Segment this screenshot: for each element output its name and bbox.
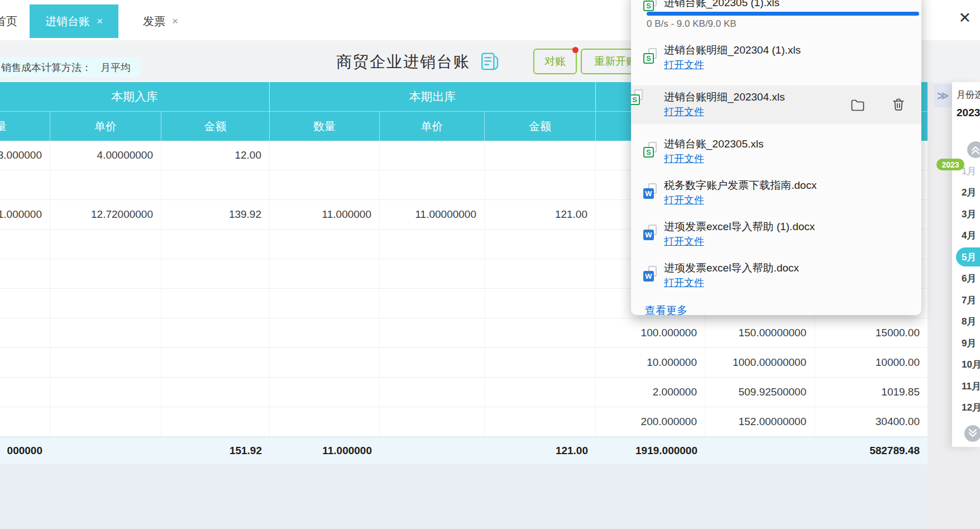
table-row[interactable]: 100.000000150.0000000015000.00 xyxy=(0,318,928,348)
content-background xyxy=(0,464,928,529)
open-file-link[interactable]: 打开文件 xyxy=(664,152,704,165)
top-right-corner: ✕ xyxy=(921,0,980,40)
download-file-name[interactable]: 进项发票excel导入帮助.docx xyxy=(664,262,907,274)
table-column-header-label: 单价 xyxy=(421,119,443,134)
table-column-header: 单价 xyxy=(380,111,485,141)
month-item[interactable]: 11月 xyxy=(952,375,980,397)
table-cell xyxy=(380,230,485,259)
month-item[interactable]: 8月 xyxy=(952,311,980,333)
table-row[interactable]: 10.0000001000.0000000010000.00 xyxy=(0,348,928,378)
download-item[interactable]: S进销台账明细_202304.xls打开文件 xyxy=(631,85,921,124)
cost-method: 销售成本计算方法： 月平均 xyxy=(0,57,141,78)
table-cell xyxy=(0,170,50,199)
table-row[interactable]: 2.000000509.925000001019.85 xyxy=(0,378,928,407)
table-column-header: 金额 xyxy=(485,111,596,141)
table-total-cell: 151.92 xyxy=(161,437,270,464)
table-cell: 11.000000 xyxy=(270,200,380,229)
download-file-name[interactable]: 税务数字账户发票下载指南.docx xyxy=(664,179,907,192)
show-in-folder-icon[interactable] xyxy=(850,97,866,115)
month-item[interactable]: 3月 xyxy=(952,203,980,225)
table-cell xyxy=(50,289,161,318)
table-total-cell: 582789.48 xyxy=(815,437,928,464)
scroll-down-icon[interactable] xyxy=(964,425,980,442)
month-item-label: 10月 xyxy=(962,358,980,371)
month-item-label: 11月 xyxy=(962,380,980,393)
table-total-row: 000000151.9211.000000121.001919.00000058… xyxy=(0,437,928,464)
table-cell xyxy=(270,230,380,259)
table-total-cell xyxy=(380,437,485,464)
month-item[interactable]: 4月 xyxy=(952,225,980,247)
table-cell xyxy=(485,318,596,347)
download-file-name[interactable]: 进销台账_202305 (1).xls xyxy=(664,0,907,9)
table-cell xyxy=(380,141,485,170)
download-file-name[interactable]: 进销台账明细_202304 (1).xls xyxy=(664,44,907,56)
download-item[interactable]: S进销台账_202305 (1).xls0 B/s - 9.0 KB/9.0 K… xyxy=(645,0,907,30)
delete-download-icon[interactable] xyxy=(891,97,906,114)
table-column-header-label: 数量 xyxy=(313,119,336,134)
table-cell: 200.000000 xyxy=(596,407,705,436)
table-cell xyxy=(0,348,50,377)
table-total-cell xyxy=(705,437,815,464)
month-item[interactable]: 9月 xyxy=(952,332,980,354)
month-item[interactable]: 6月 xyxy=(952,268,980,290)
table-cell xyxy=(380,259,485,288)
table-cell xyxy=(485,348,596,377)
reconcile-button[interactable]: 对账 xyxy=(533,49,577,74)
download-file-name[interactable]: 进销台账明细_202304.xls xyxy=(664,91,907,103)
table-cell xyxy=(270,289,380,318)
table-cell: 1.000000 xyxy=(0,200,50,229)
download-file-name[interactable]: 进销台账_202305.xls xyxy=(664,138,907,150)
table-cell xyxy=(0,259,50,288)
open-file-link[interactable]: 打开文件 xyxy=(664,276,704,289)
open-file-link[interactable]: 打开文件 xyxy=(664,235,704,248)
see-more-link[interactable]: 查看更多 xyxy=(645,303,907,315)
docx-file-icon: W xyxy=(643,226,656,240)
download-item[interactable]: W税务数字账户发票下载指南.docx打开文件 xyxy=(645,179,907,207)
table-row[interactable]: 200.000000152.0000000030400.00 xyxy=(0,407,928,437)
cost-method-value[interactable]: 月平均 xyxy=(101,61,131,74)
table-cell xyxy=(50,259,161,288)
download-item[interactable]: W进项发票excel导入帮助 (1).docx打开文件 xyxy=(645,221,907,248)
table-column-header-label: 金额 xyxy=(529,119,551,134)
month-item-label: 6月 xyxy=(962,272,976,285)
tab-close-icon[interactable]: × xyxy=(97,15,103,27)
month-item[interactable]: 12月 xyxy=(952,397,980,419)
download-file-name[interactable]: 进项发票excel导入帮助 (1).docx xyxy=(664,221,907,233)
tab-ledger[interactable]: 进销台账 × xyxy=(30,4,118,38)
year-label: 2023 xyxy=(957,107,980,119)
reconcile-button-label: 对账 xyxy=(544,55,566,67)
table-cell: 2.000000 xyxy=(596,378,705,407)
cost-method-label: 销售成本计算方法： xyxy=(1,61,92,74)
month-item[interactable]: 5月 xyxy=(952,246,980,268)
month-item[interactable]: 2月 xyxy=(952,182,980,204)
download-item[interactable]: W进项发票excel导入帮助.docx打开文件 xyxy=(645,262,907,289)
alert-dot xyxy=(572,47,579,53)
table-cell: 3.000000 xyxy=(0,141,50,170)
table-cell xyxy=(50,170,161,199)
table-cell xyxy=(270,318,380,347)
collapse-panel-button[interactable]: ≫ xyxy=(934,84,952,107)
download-item[interactable]: S进销台账明细_202304 (1).xls打开文件 xyxy=(645,44,907,72)
open-file-link[interactable]: 打开文件 xyxy=(664,58,704,72)
tab-close-icon[interactable]: × xyxy=(172,15,178,27)
download-item[interactable]: S进销台账_202305.xls打开文件 xyxy=(645,138,907,165)
table-cell: 11.00000000 xyxy=(380,200,485,229)
tab-home-label: 首页 xyxy=(0,14,17,29)
open-file-link[interactable]: 打开文件 xyxy=(664,193,704,207)
close-icon[interactable]: ✕ xyxy=(958,9,971,27)
table-cell xyxy=(485,259,596,288)
month-item[interactable]: 7月 xyxy=(952,289,980,311)
month-item[interactable]: 10月 xyxy=(952,354,980,376)
xls-file-icon: S xyxy=(643,0,656,11)
tab-invoice[interactable]: 发票 × xyxy=(141,4,191,38)
table-total-cell: 000000 xyxy=(0,437,50,464)
scroll-up-icon[interactable] xyxy=(967,141,980,158)
month-item-label: 3月 xyxy=(962,208,976,221)
table-cell xyxy=(270,259,380,288)
tab-home[interactable]: 首页 xyxy=(0,4,26,38)
table-cell xyxy=(380,348,485,377)
table-cell xyxy=(270,348,380,377)
table-cell: 152.00000000 xyxy=(705,407,815,436)
document-copy-icon[interactable] xyxy=(479,51,500,73)
open-file-link[interactable]: 打开文件 xyxy=(664,105,704,118)
